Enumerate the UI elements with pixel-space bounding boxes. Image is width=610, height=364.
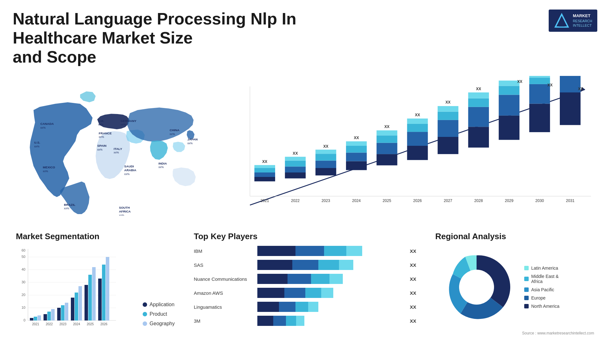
svg-rect-27 (254, 165, 275, 168)
svg-text:XX: XX (517, 80, 522, 84)
bar-seg2 (279, 302, 295, 312)
bar-seg2 (295, 246, 324, 256)
page-title: Natural Language Processing Nlp In Healt… (13, 10, 299, 66)
legend-europe: Europe (524, 295, 559, 300)
svg-rect-60 (468, 107, 489, 127)
svg-rect-71 (529, 84, 550, 104)
bar-seg3 (305, 288, 321, 298)
svg-rect-65 (499, 95, 519, 116)
bar-seg4 (346, 246, 362, 256)
player-bar (257, 246, 405, 256)
bar-seg4 (308, 302, 318, 312)
bar-seg2 (273, 316, 286, 326)
svg-text:XX: XX (354, 136, 359, 140)
svg-rect-52 (407, 119, 428, 124)
bar-seg4 (296, 316, 304, 326)
svg-rect-110 (44, 314, 47, 320)
dot-mea (524, 277, 529, 281)
seg-chart: 0 10 20 30 40 50 60 (16, 246, 136, 336)
legend-mea: Middle East &Africa (524, 274, 559, 284)
svg-text:30: 30 (22, 280, 25, 284)
spain-label: SPAIN (97, 144, 106, 147)
japan-label: JAPAN (187, 138, 198, 141)
player-name: Nuance Communications (194, 276, 254, 282)
svg-text:2023: 2023 (59, 322, 67, 326)
svg-rect-31 (285, 161, 306, 167)
svg-rect-75 (560, 92, 580, 125)
svg-rect-30 (285, 167, 306, 173)
svg-rect-54 (437, 137, 458, 154)
player-xx: XX (410, 290, 416, 296)
svg-text:2022: 2022 (46, 322, 53, 326)
svg-text:2030: 2030 (535, 199, 544, 203)
germany-label: GERMANY (120, 119, 136, 123)
svg-text:2029: 2029 (505, 199, 513, 203)
player-bar (257, 288, 405, 298)
player-xx: XX (410, 304, 416, 310)
player-xx: XX (410, 276, 416, 282)
svg-text:xx%: xx% (170, 132, 175, 136)
saudi-label: SAUDI (124, 165, 134, 168)
player-name: SAS (194, 262, 254, 268)
svg-text:2025: 2025 (383, 199, 391, 203)
svg-text:2021: 2021 (261, 199, 269, 203)
svg-text:XX: XX (293, 151, 298, 156)
svg-text:XX: XX (384, 125, 390, 129)
player-bar (257, 260, 405, 270)
svg-rect-24 (254, 177, 275, 181)
svg-text:XX: XX (262, 160, 267, 164)
italy-label: ITALY (114, 147, 122, 151)
donut-chart (435, 246, 518, 328)
svg-text:XX: XX (547, 83, 552, 88)
logo-text: MARKET RESEARCH INTELLECT (573, 13, 592, 28)
svg-rect-64 (499, 116, 519, 140)
player-row-sas: SAS XX (194, 260, 416, 270)
svg-text:ARABIA: ARABIA (124, 168, 136, 172)
svg-rect-126 (98, 279, 102, 320)
svg-text:xx%: xx% (64, 207, 69, 210)
svg-text:xx%: xx% (99, 136, 104, 139)
player-name: IBM (194, 248, 254, 254)
svg-rect-127 (102, 265, 105, 320)
legend-product: Product (143, 311, 175, 317)
india-label: INDIA (159, 162, 167, 165)
svg-rect-36 (315, 154, 336, 161)
legend-dot-product (143, 312, 147, 316)
dot-north-america (524, 304, 529, 308)
svg-text:2022: 2022 (291, 199, 300, 203)
svg-text:40: 40 (22, 267, 25, 271)
svg-text:XX: XX (323, 144, 329, 149)
seg-chart-area: 0 10 20 30 40 50 60 (16, 246, 175, 336)
player-row-3m: 3M XX (194, 316, 416, 326)
uk-label: U.K. (98, 119, 105, 123)
bar-seg1 (257, 246, 295, 256)
svg-rect-34 (315, 168, 336, 175)
svg-marker-1 (559, 19, 565, 27)
svg-text:2026: 2026 (413, 199, 422, 203)
svg-rect-124 (92, 267, 96, 320)
dot-asia-pacific (524, 287, 529, 292)
player-row-amazon: Amazon AWS XX (194, 288, 416, 298)
svg-text:xx%: xx% (187, 142, 193, 145)
svg-rect-47 (376, 131, 397, 136)
bottom-grid: Market Segmentation 0 10 20 30 40 (13, 228, 597, 339)
player-row-linguamatics: Linguamatics XX (194, 302, 416, 312)
source-text: Source : www.marketresearchintellect.com (435, 331, 594, 335)
svg-rect-118 (71, 298, 74, 320)
bar-seg3 (318, 260, 339, 270)
svg-text:2024: 2024 (352, 199, 361, 203)
svg-rect-55 (437, 120, 458, 137)
seg-legend: Application Product Geography (143, 302, 175, 336)
bar-seg3 (311, 274, 329, 284)
southafrica-label: SOUTH (119, 206, 130, 210)
svg-text:xx%: xx% (43, 170, 48, 173)
legend-dot-application (143, 302, 147, 307)
key-players-title: Top Key Players (194, 232, 416, 241)
france-label: FRANCE (99, 131, 112, 135)
svg-rect-114 (57, 308, 61, 320)
svg-text:XX: XX (578, 87, 583, 91)
key-players-section: Top Key Players IBM XX (187, 228, 423, 339)
svg-rect-122 (85, 285, 88, 320)
bar-seg4 (321, 288, 333, 298)
svg-rect-73 (529, 76, 550, 78)
